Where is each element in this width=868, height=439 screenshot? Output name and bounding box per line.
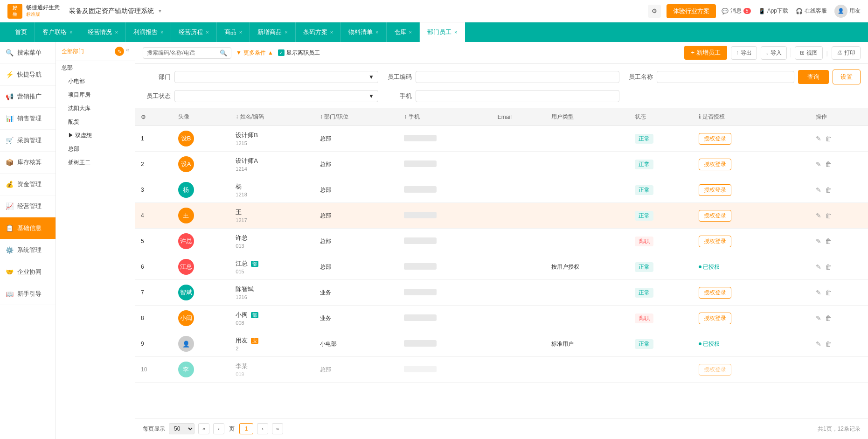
dept-node-总部[interactable]: 总部 xyxy=(56,61,135,75)
trial-button[interactable]: 体验行业方案 xyxy=(667,4,716,18)
tab-close-icon[interactable]: × xyxy=(206,29,208,35)
left-nav-item-搜索菜单[interactable]: 🔍搜索菜单 xyxy=(0,42,56,64)
edit-icon[interactable]: ✎ xyxy=(816,160,821,168)
tab-close-icon[interactable]: × xyxy=(454,29,457,35)
last-page-button[interactable]: » xyxy=(272,423,283,434)
nav-tab-部门员工[interactable]: 部门员工 × xyxy=(420,22,465,42)
delete-icon[interactable]: 🗑 xyxy=(825,263,832,271)
tab-close-icon[interactable]: × xyxy=(239,29,242,35)
app-download-button[interactable]: 📱 App下载 xyxy=(758,7,788,15)
all-dept-label[interactable]: 全部部门 xyxy=(62,48,84,56)
delete-icon[interactable]: 🗑 xyxy=(825,340,832,348)
tab-close-icon[interactable]: × xyxy=(409,29,412,35)
authorize-button[interactable]: 授权登录 xyxy=(699,133,731,145)
nav-tab-新增商品[interactable]: 新增商品 × xyxy=(250,22,295,42)
first-page-button[interactable]: « xyxy=(198,423,209,434)
authorize-button[interactable]: 授权登录 xyxy=(699,184,731,196)
nav-tab-物料清单[interactable]: 物料清单 × xyxy=(341,22,386,42)
delete-icon[interactable]: 🗑 xyxy=(825,160,832,168)
dept-node-总部[interactable]: 总部 xyxy=(56,142,135,156)
edit-icon[interactable]: ✎ xyxy=(816,263,821,271)
dept-node-▶ 双虚想[interactable]: ▶ 双虚想 xyxy=(56,129,135,142)
left-nav-item-快捷导航[interactable]: ⚡快捷导航 xyxy=(0,64,56,86)
left-nav-item-采购管理[interactable]: 🛒采购管理 xyxy=(0,130,56,152)
tab-close-icon[interactable]: × xyxy=(330,29,333,35)
add-employee-button[interactable]: + 新增员工 xyxy=(684,46,727,60)
dept-node-项目库房[interactable]: 项目库房 xyxy=(56,88,135,102)
authorize-button[interactable]: 授权登录 xyxy=(699,236,731,247)
edit-icon[interactable]: ✎ xyxy=(816,314,821,322)
left-nav-item-新手引导[interactable]: 📖新手引导 xyxy=(0,283,56,305)
tab-close-icon[interactable]: × xyxy=(375,29,378,35)
delete-icon[interactable]: 🗑 xyxy=(825,314,832,322)
nav-tab-利润报告[interactable]: 利润报告 × xyxy=(126,22,171,42)
left-nav-item-基础信息[interactable]: 📋基础信息 xyxy=(0,217,56,239)
left-nav-item-库存核算[interactable]: 📦库存核算 xyxy=(0,152,56,174)
delete-icon[interactable]: 🗑 xyxy=(825,186,832,194)
nav-tab-条码方案[interactable]: 条码方案 × xyxy=(296,22,341,42)
nav-tab-经营历程[interactable]: 经营历程 × xyxy=(171,22,216,42)
delete-icon[interactable]: 🗑 xyxy=(825,289,832,296)
tab-close-icon[interactable]: × xyxy=(285,29,287,35)
view-button[interactable]: ⊞ 视图 xyxy=(795,46,823,60)
delete-icon[interactable]: 🗑 xyxy=(825,135,832,142)
more-filter-button[interactable]: ▼ 更多条件 ▲ xyxy=(236,49,273,57)
dept-collapse-button[interactable]: « xyxy=(126,47,129,56)
col-name[interactable]: ↕ 姓名/编码 xyxy=(230,108,314,126)
left-nav-item-经营管理[interactable]: 📈经营管理 xyxy=(0,195,56,217)
page-size-select[interactable]: 50 100 200 xyxy=(169,423,194,434)
dept-edit-button[interactable]: ✎ xyxy=(115,47,124,56)
dept-filter-select[interactable]: ▼ xyxy=(174,71,378,83)
print-button[interactable]: 🖨 打印 xyxy=(832,46,861,60)
nav-tab-首页[interactable]: 首页 xyxy=(7,22,35,42)
dept-node-小电部[interactable]: 小电部 xyxy=(56,75,135,88)
tab-close-icon[interactable]: × xyxy=(160,29,163,35)
empcode-filter-input[interactable] xyxy=(416,71,619,83)
col-setting[interactable]: ⚙ xyxy=(135,108,173,126)
online-service-button[interactable]: 🎧 在线客服 xyxy=(796,7,827,15)
set-button[interactable]: 设置 xyxy=(833,70,861,84)
left-nav-item-销售管理[interactable]: 📊销售管理 xyxy=(0,108,56,130)
edit-icon[interactable]: ✎ xyxy=(816,289,821,296)
search-button[interactable]: 查询 xyxy=(798,70,829,84)
authorize-button[interactable]: 授权登录 xyxy=(699,313,731,324)
delete-icon[interactable]: 🗑 xyxy=(825,237,832,245)
left-nav-item-企业协同[interactable]: 🤝企业协同 xyxy=(0,261,56,283)
user-area[interactable]: 👤 用友 xyxy=(834,5,861,18)
nav-tab-仓库[interactable]: 仓库 × xyxy=(387,22,420,42)
delete-icon[interactable]: 🗑 xyxy=(825,212,832,219)
nav-tab-商品[interactable]: 商品 × xyxy=(217,22,250,42)
authorize-button[interactable]: 授权登录 xyxy=(699,364,731,376)
dept-node-配货[interactable]: 配货 xyxy=(56,115,135,129)
edit-icon[interactable]: ✎ xyxy=(816,212,821,219)
settings-button[interactable]: ⚙ xyxy=(648,5,661,18)
edit-icon[interactable]: ✎ xyxy=(816,186,821,194)
empname-filter-input[interactable] xyxy=(657,71,794,83)
left-nav-item-资金管理[interactable]: 💰资金管理 xyxy=(0,174,56,195)
next-page-button[interactable]: › xyxy=(257,423,268,434)
dept-node-插树王二[interactable]: 插树王二 xyxy=(56,156,135,169)
edit-icon[interactable]: ✎ xyxy=(816,340,821,348)
left-nav-item-营销推广[interactable]: 📢营销推广 xyxy=(0,86,56,108)
show-resigned-toggle[interactable]: ✓ 显示离职员工 xyxy=(278,49,320,57)
authorize-button[interactable]: 授权登录 xyxy=(699,210,731,222)
dept-node-沈阳大库[interactable]: 沈阳大库 xyxy=(56,102,135,115)
tab-close-icon[interactable]: × xyxy=(69,29,72,35)
nav-tab-客户联络[interactable]: 客户联络 × xyxy=(35,22,80,42)
prev-page-button[interactable]: ‹ xyxy=(213,423,224,434)
import-button[interactable]: ↓ 导入 xyxy=(761,46,787,60)
tab-close-icon[interactable]: × xyxy=(115,29,118,35)
message-button[interactable]: 💬 消息 5 xyxy=(722,7,751,15)
edit-icon[interactable]: ✎ xyxy=(816,135,821,142)
nav-tab-经营情况[interactable]: 经营情况 × xyxy=(80,22,125,42)
col-phone[interactable]: ↕ 手机 xyxy=(398,108,492,126)
col-dept[interactable]: ↕ 部门/职位 xyxy=(314,108,399,126)
authorize-button[interactable]: 授权登录 xyxy=(699,287,731,299)
resigned-checkbox[interactable]: ✓ xyxy=(278,49,285,56)
left-nav-item-系统管理[interactable]: ⚙️系统管理 xyxy=(0,239,56,261)
phone-filter-input[interactable] xyxy=(416,90,619,102)
current-page[interactable]: 1 xyxy=(239,423,253,434)
export-button[interactable]: ↑ 导出 xyxy=(731,46,757,60)
status-filter-select[interactable]: ▼ xyxy=(174,90,378,102)
edit-icon[interactable]: ✎ xyxy=(816,237,821,245)
